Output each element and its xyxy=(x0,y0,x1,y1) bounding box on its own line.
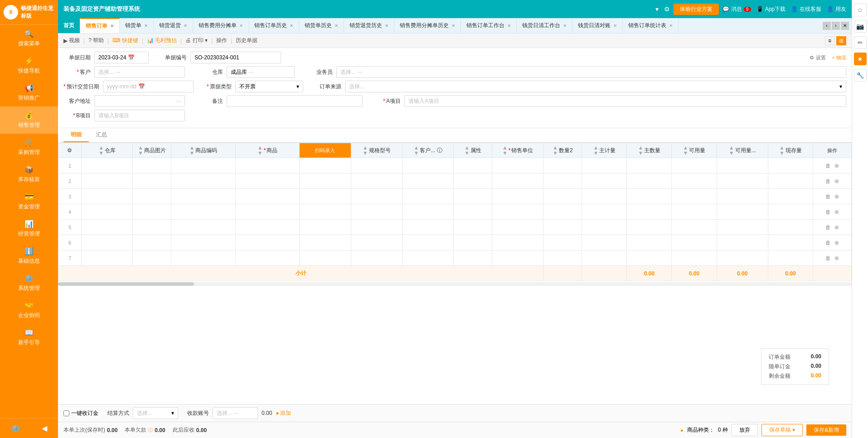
tab-summary[interactable]: 汇总 xyxy=(89,128,114,142)
address-input[interactable]: ··· xyxy=(94,95,185,107)
copy-icon[interactable]: ⊕ xyxy=(834,178,839,184)
a-project-input[interactable]: 请输入A项目 xyxy=(404,95,846,107)
cell-img[interactable] xyxy=(133,173,171,189)
cell-avail2[interactable] xyxy=(717,173,768,189)
sidebar-item-enterprise[interactable]: 🤝 企业协同 xyxy=(0,297,58,324)
copy-icon[interactable]: ⊕ xyxy=(834,193,839,200)
tab-stats[interactable]: 销售订单统计表 ✕ xyxy=(623,18,679,34)
settings-bottom-icon[interactable]: ⚙️ xyxy=(9,422,22,434)
right-panel-bookmark-btn[interactable]: ★ xyxy=(854,53,867,65)
cell-scan[interactable] xyxy=(300,158,351,173)
tab-close-icon[interactable]: ✕ xyxy=(507,23,511,28)
customer-input[interactable]: 选择... ··· xyxy=(94,66,185,78)
address-more-icon[interactable]: ··· xyxy=(176,98,181,104)
tab-close-icon[interactable]: ✕ xyxy=(563,23,567,28)
tab-close-icon[interactable]: ✕ xyxy=(451,23,455,28)
nav-next-button[interactable]: › xyxy=(832,22,840,30)
view-grid-button[interactable]: ⊞ xyxy=(836,36,846,45)
delete-icon[interactable]: 🗑 xyxy=(825,193,831,200)
scrollbar-thumb[interactable] xyxy=(58,282,194,286)
cell-img[interactable] xyxy=(133,158,171,173)
sidebar-item-search[interactable]: 🔍 搜索菜单 xyxy=(0,25,58,52)
tab-sales-return[interactable]: 销货退货 ✕ xyxy=(154,18,193,34)
cell-avail[interactable] xyxy=(672,158,717,173)
sidebar-item-system[interactable]: ⚙️ 系统管理 xyxy=(0,270,58,297)
invoice-select[interactable]: 不开票 ▾ xyxy=(235,81,303,92)
tab-return-history[interactable]: 销货退货历史 ✕ xyxy=(344,18,394,34)
cell-product[interactable] xyxy=(235,173,300,189)
sidebar-item-guide[interactable]: 📖 新手引导 xyxy=(0,324,58,351)
copy-icon[interactable]: ⊕ xyxy=(834,240,839,246)
tab-close-icon[interactable]: ✕ xyxy=(239,23,243,28)
right-panel-camera-btn[interactable]: 📷 xyxy=(854,20,867,33)
tab-expense-history[interactable]: 销售费用分摊单历史 ✕ xyxy=(394,18,461,34)
cell-warehouse[interactable] xyxy=(81,189,132,204)
th-settings[interactable]: ⚙ xyxy=(58,143,82,158)
industry-solution-button[interactable]: 体验行业方案 xyxy=(674,4,719,15)
save-draft-button[interactable]: 保存草稿 ▾ xyxy=(761,424,803,436)
add-button[interactable]: ● 添加 xyxy=(276,409,291,417)
copy-icon[interactable]: ⊕ xyxy=(834,209,839,215)
sidebar-item-operations[interactable]: 📊 经营管理 xyxy=(0,215,58,242)
tab-close-icon[interactable]: ✕ xyxy=(385,23,388,28)
warehouse-input[interactable]: 成品库 ··· xyxy=(227,66,295,78)
tab-close-icon[interactable]: ✕ xyxy=(110,24,114,29)
cell-unit[interactable] xyxy=(492,173,543,189)
discard-button[interactable]: 放弃 xyxy=(732,424,758,436)
save-new-button[interactable]: 保存&新增 xyxy=(806,424,846,436)
cell-product[interactable] xyxy=(235,158,300,173)
calendar2-icon[interactable]: 📅 xyxy=(138,83,145,90)
order-input[interactable]: SO-20230324-001 xyxy=(190,52,281,63)
delete-icon[interactable]: 🗑 xyxy=(825,255,831,261)
tab-sales-invoice[interactable]: 销货单 ✕ xyxy=(120,18,154,34)
sidebar-item-finance[interactable]: 💳 资金管理 xyxy=(0,188,58,215)
toolbar-print[interactable]: 🖨 打印 ▾ xyxy=(185,37,208,44)
sidebar-item-marketing[interactable]: 📢 营销推广 xyxy=(0,79,58,106)
salesperson-input[interactable]: 选择... ··· xyxy=(336,66,846,78)
online-service-item[interactable]: 👤 在线客服 xyxy=(791,5,821,13)
copy-icon[interactable]: ⊕ xyxy=(834,255,839,261)
view-list-button[interactable]: ≡ xyxy=(825,36,834,45)
calendar-icon[interactable]: 📅 xyxy=(128,54,135,61)
sidebar-item-sales[interactable]: 💰 销售管理 xyxy=(0,106,58,134)
info-icon[interactable]: ⓘ xyxy=(148,427,153,433)
cell-code[interactable] xyxy=(171,158,236,173)
tab-sales-order[interactable]: 销售订单 ✕ xyxy=(80,18,120,34)
right-goods-button[interactable]: + 物流 xyxy=(832,54,846,61)
system-dropdown-icon[interactable]: ▾ xyxy=(655,5,659,13)
right-panel-edit-btn[interactable]: ✏ xyxy=(854,36,867,49)
cell-main-unit[interactable] xyxy=(582,158,627,173)
cell-warehouse[interactable] xyxy=(81,158,132,173)
tab-close-icon[interactable]: ✕ xyxy=(613,23,617,28)
app-download-item[interactable]: 📱 App下载 xyxy=(756,5,786,13)
toolbar-video[interactable]: ▶ 视频 xyxy=(63,37,80,44)
tab-sales-expense[interactable]: 销售费用分摊单 ✕ xyxy=(193,18,249,34)
copy-icon[interactable]: ⊕ xyxy=(834,163,839,169)
sidebar-item-basic[interactable]: ℹ️ 基础信息 xyxy=(0,242,58,270)
tab-detail[interactable]: 明细 xyxy=(63,128,89,142)
settings-gear-icon[interactable]: ⚙ xyxy=(664,5,670,13)
delivery-input[interactable]: yyyy-mm-dd 📅 xyxy=(103,81,194,92)
tab-close-icon[interactable]: ✕ xyxy=(144,23,148,28)
receipt-more-icon[interactable]: ··· xyxy=(234,410,238,416)
cell-customer-code[interactable] xyxy=(402,158,453,173)
delete-icon[interactable]: 🗑 xyxy=(825,178,831,184)
toolbar-operations[interactable]: 操作 xyxy=(216,37,227,44)
cell-attr[interactable] xyxy=(454,173,492,189)
tab-order-workbench[interactable]: 销售订单工作台 ✕ xyxy=(461,18,517,34)
cell-main-unit[interactable] xyxy=(582,173,627,189)
cell-qty2[interactable] xyxy=(543,173,582,189)
note-input[interactable] xyxy=(227,95,363,107)
delete-icon[interactable]: 🗑 xyxy=(825,209,831,215)
receipt-select[interactable]: 选择... ··· xyxy=(213,407,258,419)
tab-invoice-history[interactable]: 销货单历史 ✕ xyxy=(299,18,344,34)
tab-close-icon[interactable]: ✕ xyxy=(184,23,187,28)
tab-close-icon[interactable]: ✕ xyxy=(669,23,673,28)
cell-avail2[interactable] xyxy=(717,158,768,173)
cell-code[interactable] xyxy=(171,173,236,189)
sidebar-item-purchase[interactable]: 🛒 采购管理 xyxy=(0,134,58,161)
cell-attr[interactable] xyxy=(454,158,492,173)
cell-spec[interactable] xyxy=(351,158,402,173)
delete-icon[interactable]: 🗑 xyxy=(825,240,831,246)
user-item[interactable]: 👤 用友 xyxy=(827,5,846,13)
